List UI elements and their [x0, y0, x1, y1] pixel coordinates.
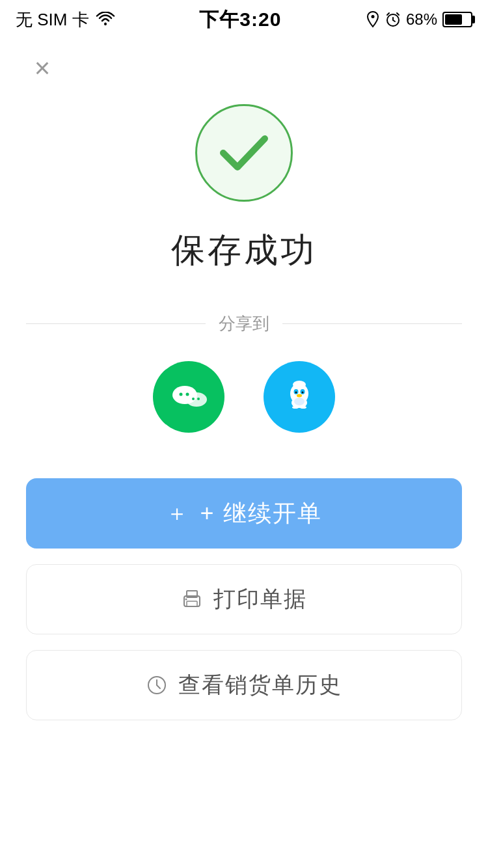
- svg-point-14: [302, 392, 304, 394]
- svg-point-18: [293, 381, 306, 388]
- status-right: 68%: [366, 10, 472, 29]
- battery-icon: [442, 12, 472, 27]
- divider-label: 分享到: [219, 312, 269, 335]
- success-circle: [195, 104, 293, 202]
- qq-icon: [279, 377, 319, 417]
- location-icon: [366, 11, 380, 28]
- history-label: 查看销货单历史: [178, 670, 342, 700]
- continue-order-label: + 继续开单: [200, 498, 321, 530]
- alarm-icon: [385, 11, 401, 28]
- battery-percent: 68%: [406, 10, 437, 29]
- continue-order-button[interactable]: ＋ + 继续开单: [26, 478, 462, 549]
- history-button[interactable]: 查看销货单历史: [26, 650, 462, 720]
- status-bar: 无 SIM 卡 下午3:20 68%: [0, 0, 488, 39]
- wechat-icon: [168, 376, 210, 418]
- svg-point-8: [197, 398, 200, 400]
- close-icon: ×: [34, 55, 51, 82]
- action-buttons: ＋ + 继续开单 打印单据 查看销货单历史: [26, 478, 462, 720]
- svg-point-16: [292, 406, 299, 409]
- plus-icon: ＋: [166, 498, 189, 528]
- status-left: 无 SIM 卡: [16, 8, 115, 31]
- share-icons-row: [153, 361, 335, 433]
- success-title: 保存成功: [171, 228, 317, 273]
- history-icon: [146, 674, 168, 696]
- svg-point-13: [295, 392, 297, 394]
- svg-point-5: [179, 392, 182, 396]
- battery-fill: [445, 14, 462, 25]
- status-time: 下午3:20: [199, 7, 281, 33]
- print-icon: [181, 588, 203, 610]
- print-button[interactable]: 打印单据: [26, 564, 462, 634]
- divider-left: [26, 323, 206, 324]
- svg-rect-22: [187, 601, 197, 606]
- close-button[interactable]: ×: [26, 52, 59, 85]
- svg-point-7: [192, 398, 195, 400]
- svg-point-15: [297, 394, 302, 398]
- svg-point-17: [300, 406, 306, 409]
- svg-point-1: [371, 15, 374, 18]
- close-button-row: ×: [26, 39, 462, 104]
- carrier-text: 无 SIM 卡: [16, 8, 89, 31]
- svg-point-23: [185, 599, 187, 601]
- divider-right: [282, 323, 462, 324]
- wifi-icon: [96, 12, 115, 27]
- svg-point-19: [294, 398, 305, 405]
- print-label: 打印单据: [213, 584, 307, 614]
- svg-point-4: [186, 392, 207, 407]
- divider-row: 分享到: [26, 312, 462, 335]
- wechat-share-button[interactable]: [153, 361, 224, 433]
- svg-point-0: [104, 23, 107, 25]
- main-content: × 保存成功 分享到: [0, 39, 488, 720]
- check-icon: [218, 132, 270, 174]
- qq-share-button[interactable]: [264, 361, 335, 433]
- svg-point-6: [185, 392, 189, 396]
